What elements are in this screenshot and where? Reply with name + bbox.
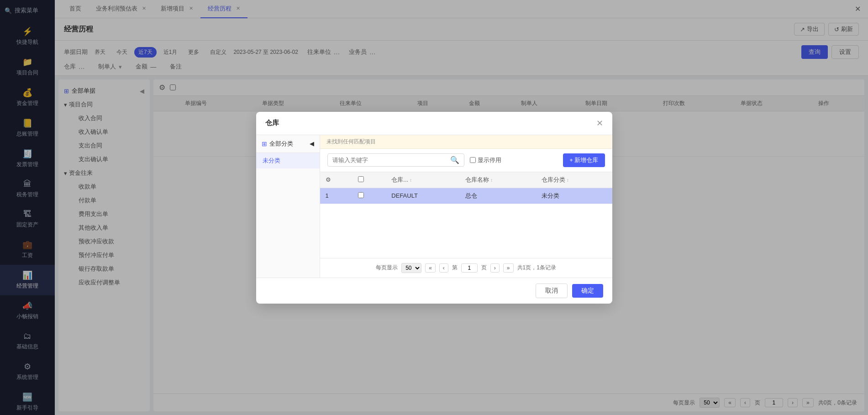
- modal-col-settings: ⚙: [320, 172, 352, 188]
- add-warehouse-button[interactable]: + 新增仓库: [563, 153, 605, 167]
- modal-search-box: 🔍: [327, 153, 464, 167]
- modal-col-code[interactable]: 仓库...↕: [386, 172, 460, 188]
- modal-right-content: 未找到任何匹配项目 🔍 显示停用 + 新增仓库: [320, 135, 612, 278]
- modal-col-category[interactable]: 仓库分类↕: [536, 172, 612, 188]
- modal-search-input[interactable]: [332, 157, 447, 163]
- modal-per-page-label: 每页显示: [376, 264, 398, 272]
- modal-row-checkbox[interactable]: [352, 188, 386, 204]
- modal-last-page-btn[interactable]: »: [503, 263, 514, 273]
- modal-notice-bar: 未找到任何匹配项目: [320, 135, 612, 149]
- modal-row-index: 1: [320, 188, 352, 204]
- modal-table: ⚙ 仓库...↕ 仓库名称↕: [320, 172, 612, 204]
- modal-title: 仓库: [265, 119, 279, 127]
- modal-total-info: 共1页，1条记录: [517, 264, 556, 272]
- modal-search-icon: 🔍: [450, 156, 459, 164]
- modal-sidebar: ⊞ 全部分类 ◀ 未分类: [256, 135, 320, 278]
- modal-col-checkbox: [352, 172, 386, 188]
- modal-table-wrap: ⚙ 仓库...↕ 仓库名称↕: [320, 172, 612, 258]
- confirm-button[interactable]: 确定: [572, 284, 603, 298]
- modal-page-input[interactable]: [461, 263, 478, 273]
- modal-row-name: 总仓: [460, 188, 536, 204]
- modal-page-label: 第: [452, 264, 458, 272]
- modal-sidebar-grid-icon: ⊞: [262, 140, 267, 147]
- modal-toolbar: 🔍 显示停用 + 新增仓库: [320, 149, 612, 172]
- modal-row-category: 未分类: [536, 188, 612, 204]
- modal-close-button[interactable]: ✕: [596, 118, 603, 128]
- modal-prev-page-btn[interactable]: ‹: [439, 263, 448, 273]
- modal-sidebar-toggle[interactable]: ◀: [310, 140, 314, 147]
- modal-settings-icon[interactable]: ⚙: [326, 176, 331, 183]
- modal-body: ⊞ 全部分类 ◀ 未分类 未找到任何匹配项目: [256, 135, 612, 278]
- modal-sidebar-header: ⊞ 全部分类 ◀: [256, 135, 320, 153]
- modal-row-code: DEFAULT: [386, 188, 460, 204]
- modal-notice-text: 未找到任何匹配项目: [326, 138, 376, 145]
- modal-sidebar-item-label: 未分类: [263, 157, 280, 164]
- modal-sidebar-title: 全部分类: [269, 140, 293, 148]
- modal-header: 仓库 ✕: [256, 112, 612, 135]
- modal-show-disabled-text: 显示停用: [478, 156, 501, 164]
- modal-overlay: 仓库 ✕ ⊞ 全部分类 ◀ 未分类: [0, 0, 868, 415]
- modal-first-page-btn[interactable]: «: [425, 263, 436, 273]
- modal-pagination: 每页显示 50 « ‹ 第 页 › » 共1页，1条记录: [320, 258, 612, 278]
- modal-show-disabled-checkbox[interactable]: [470, 157, 476, 163]
- table-row[interactable]: 1 DEFAULT 总仓 未分类: [320, 188, 612, 204]
- modal-sidebar-item-uncategorized[interactable]: 未分类: [256, 153, 320, 168]
- modal-col-name[interactable]: 仓库名称↕: [460, 172, 536, 188]
- modal-page-suffix: 页: [481, 264, 487, 272]
- modal-show-disabled-label[interactable]: 显示停用: [470, 156, 501, 164]
- modal-next-page-btn[interactable]: ›: [490, 263, 500, 273]
- warehouse-modal: 仓库 ✕ ⊞ 全部分类 ◀ 未分类: [256, 112, 612, 304]
- cancel-button[interactable]: 取消: [536, 284, 568, 298]
- modal-table-select-all[interactable]: [358, 176, 364, 182]
- modal-footer: 取消 确定: [256, 278, 612, 304]
- modal-per-page-select[interactable]: 50: [401, 263, 421, 273]
